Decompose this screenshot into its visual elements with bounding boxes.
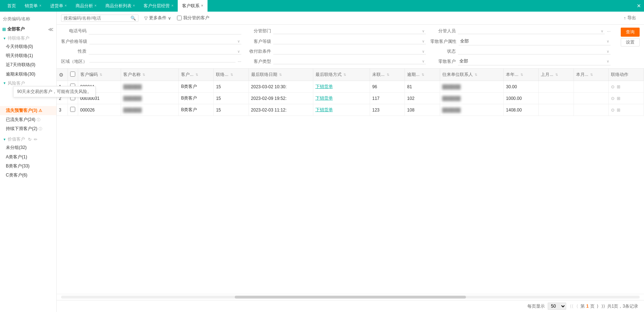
collapse-sidebar-icon[interactable]: ≪ [48,27,53,32]
close-goods-list-icon[interactable]: × [133,0,135,12]
close-segment-icon[interactable]: × [171,0,173,12]
sidebar-item-tomorrow-contact[interactable]: 明天待联络(1) [0,51,56,60]
sidebar-item-7day-contact[interactable]: 近7天待联络(0) [0,60,56,69]
col-this-month-header[interactable]: 本月... ⇅ [573,69,608,81]
filter-payment-label: 收付款条件 [246,48,271,54]
chevron-down-status: ∨ [607,49,609,53]
close-contact-icon[interactable]: × [201,0,203,12]
filter-dept-select[interactable]: ∨ [273,28,426,34]
close-goods-analysis-icon[interactable]: × [94,0,97,12]
filter-region-dots[interactable]: ··· [238,59,241,64]
sidebar-item-churn-warning[interactable]: 流失预警客户(3) ⚠ [0,106,56,115]
select-all-checkbox[interactable] [70,72,75,77]
row-checkbox-2[interactable] [70,107,75,112]
sidebar-search-input[interactable] [3,16,57,21]
nav-customer-segment[interactable]: 客户分层经营 × [139,0,178,12]
contact-method-link[interactable]: 下销货单 [315,96,333,101]
group-value-customers[interactable]: ▼ 价值客户 ↻ ✏ [0,135,56,143]
scroll-thumb[interactable] [235,296,466,299]
my-customers-checkbox-label[interactable]: 我分管的客户 [177,15,209,21]
next-page-button[interactable]: ⟩ [596,304,599,309]
contact-action-icon[interactable]: ⊙ [611,84,615,89]
col-type-header[interactable]: 客户... ⇅ [179,69,214,81]
col-contact-header[interactable]: 联络... ⇅ [214,69,249,81]
nav-goods-analysis-list[interactable]: 商品分析列表 × [101,0,140,12]
sidebar-item-class-c[interactable]: C类客户(6) [0,171,56,180]
contact-method-link[interactable]: 下销货单 [315,107,333,112]
my-customers-checkbox[interactable] [177,16,182,20]
col-overdue-header[interactable]: 逾期... ⇅ [405,69,440,81]
prev-page-button[interactable]: ⟨ [576,304,579,309]
filter-phone-input[interactable] [89,28,241,35]
contact-action-icon[interactable]: ⊙ [611,108,615,113]
contact-action-icon[interactable]: ⊙ [611,96,615,101]
cell-index: 3 [57,104,68,116]
first-page-button[interactable]: ⟨⟨ [569,304,574,309]
more-filter-button[interactable]: ▽ 更多条件 ∨ [141,14,174,22]
edit-icon[interactable]: ✏ [34,137,37,142]
nav-home[interactable]: 首页 [3,0,20,12]
all-customers-header[interactable]: ⊞ 全部客户 ≪ [0,25,56,34]
col-last-month-header[interactable]: 上月... ⇅ [539,69,573,81]
page-label: 第 [580,303,585,309]
sidebar-item-overdue-contact[interactable]: 逾期未联络(30) [0,70,56,79]
filter-panel: 电话号码 分管部门 ∨ 分管人员 [57,25,644,69]
customer-table: ⚙ 客户编码 ⇅ 客户名称 ⇅ [57,69,644,116]
filter-region-select[interactable] [89,61,236,62]
last-page-button[interactable]: ⟩⟩ [601,304,606,309]
settings-button[interactable]: 设置 [621,38,640,46]
filter-manager-select[interactable]: ∨ [458,28,605,34]
cell-this-year: 1000.00 [504,93,539,104]
per-page-select[interactable]: 50 100 200 [548,303,566,310]
close-purchase-icon[interactable]: × [65,0,67,12]
filter-type-select[interactable]: ∨ [273,58,426,64]
pagination: ⟨⟨ ⟨ 第 1 页 ⟩ ⟩⟩ 共1页，3条记录 [569,303,638,309]
filter-status-select[interactable]: ∨ [458,49,611,54]
main-search-input[interactable] [64,16,129,21]
contact-method-link[interactable]: 下销货单 [315,84,333,89]
filter-row-2: 客户价格等级 ∨ 客户等级 ∨ [61,37,615,45]
refresh-icon[interactable]: ↻ [28,137,32,142]
filter-rows: 电话号码 分管部门 ∨ 分管人员 [61,28,615,65]
col-code-header[interactable]: 客户编码 ⇅ [78,69,121,81]
more-action-icon[interactable]: ⊞ [617,108,620,113]
nav-sales[interactable]: 销货单 × [20,0,46,12]
col-name-header[interactable]: 客户名称 ⇅ [121,69,178,81]
nav-customer-contact[interactable]: 客户联系 × [178,0,208,12]
col-contact-person-header[interactable]: 往来单位联系人 ⇅ [440,69,504,81]
filter-customer-level-select[interactable]: ∨ [273,39,426,44]
col-settings-header: ⚙ [57,69,68,81]
export-button[interactable]: ↑ 导出 [620,14,640,22]
filter-row-3: 性质 ∨ 收付款条件 ∨ [61,48,615,54]
settings-gear-icon[interactable]: ⚙ [59,72,64,78]
col-last-date-header[interactable]: 最后联络日期 ⇅ [249,69,313,81]
filter-retail-select[interactable]: 全部 ∨ [459,37,611,45]
filter-retail-customer-select[interactable]: 全部 ∨ [458,57,611,65]
horizontal-scrollbar[interactable] [57,294,644,300]
main-search-icon[interactable]: 🔍 [130,16,136,21]
query-button[interactable]: 查询 [621,28,640,37]
sidebar-item-class-b[interactable]: B类客户(33) [0,162,56,171]
col-not-contacted-header[interactable]: 未联... ⇅ [370,69,405,81]
col-this-year-header[interactable]: 本年... ⇅ [504,69,539,81]
sidebar-item-class-a[interactable]: A类客户(1) [0,153,56,162]
close-sales-icon[interactable]: × [39,0,41,12]
sidebar-item-declining[interactable]: 持续下滑客户(2) ⓘ [0,124,56,133]
nav-purchase[interactable]: 进货单 × [46,0,71,12]
group-pending-contact[interactable]: ▼ 待联络客户 [0,34,56,42]
sidebar-item-unclassified[interactable]: 未分组(32) [0,143,56,152]
filter-nature-select[interactable]: ∨ [89,49,241,54]
chevron-down-nature: ∨ [237,49,240,53]
col-last-method-header[interactable]: 最后联络方式 ⇅ [313,69,370,81]
sidebar-item-today-contact[interactable]: 今天待联络(0) [0,42,56,51]
filter-price-select[interactable]: ∨ [89,39,241,44]
sidebar-item-churned[interactable]: 已流失客户(24) ⓘ [0,115,56,124]
window-close-button[interactable]: ✕ [637,3,641,9]
grid-icon: ⊞ [2,27,6,32]
more-action-icon[interactable]: ⊞ [617,96,620,101]
nav-goods-analysis[interactable]: 商品分析 × [71,0,101,12]
more-action-icon[interactable]: ⊞ [617,84,620,89]
scroll-track[interactable] [61,296,640,299]
filter-payment-select[interactable]: ∨ [273,49,426,54]
filter-manager-dots[interactable]: ··· [607,29,611,34]
